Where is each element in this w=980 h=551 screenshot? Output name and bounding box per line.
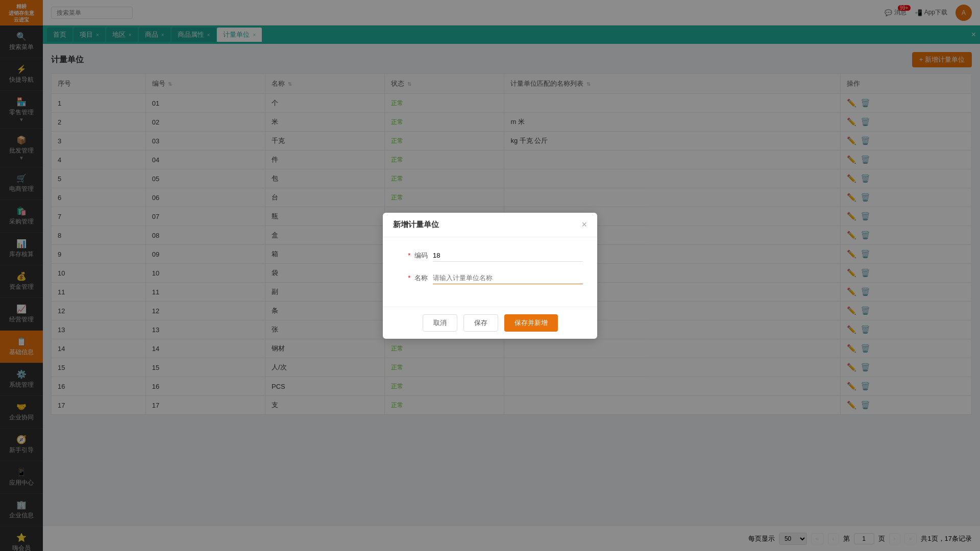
add-unit-modal: 新增计量单位 × * 编码 * 名称 取消 保存 保存并新增: [383, 213, 597, 339]
modal-close-button[interactable]: ×: [581, 220, 587, 229]
name-label: * 名称: [397, 273, 428, 283]
modal-header: 新增计量单位 ×: [383, 213, 597, 237]
code-form-row: * 编码: [397, 249, 583, 262]
code-input[interactable]: [433, 249, 583, 262]
save-button[interactable]: 保存: [463, 314, 498, 332]
name-form-row: * 名称: [397, 272, 583, 284]
code-label: * 编码: [397, 251, 428, 260]
cancel-button[interactable]: 取消: [423, 314, 457, 332]
name-input[interactable]: [433, 272, 583, 284]
save-and-new-button[interactable]: 保存并新增: [504, 314, 558, 332]
modal-overlay: 新增计量单位 × * 编码 * 名称 取消 保存 保存并新增: [0, 0, 980, 551]
modal-footer: 取消 保存 保存并新增: [383, 307, 597, 339]
modal-body: * 编码 * 名称: [383, 237, 597, 307]
modal-title: 新增计量单位: [393, 220, 439, 230]
